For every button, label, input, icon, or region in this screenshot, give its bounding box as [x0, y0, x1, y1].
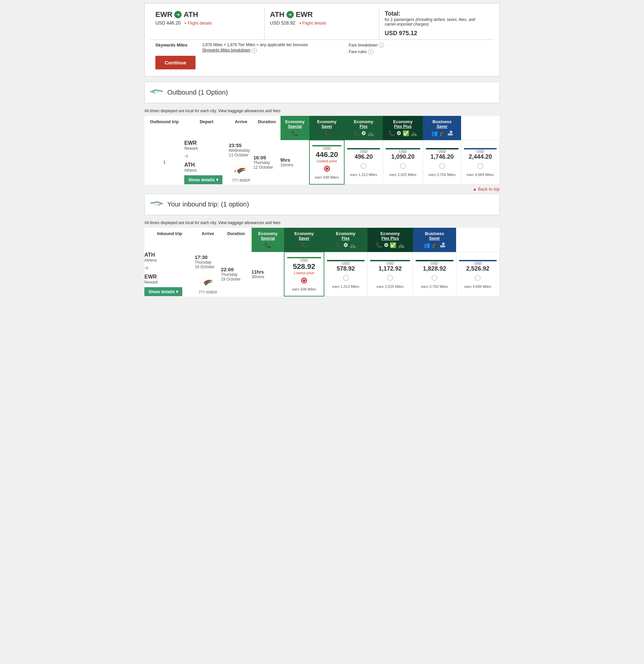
inbound-arrive-cell: 22:00 Thursday 19 October	[221, 252, 251, 296]
inbound-col-duration: Duration	[221, 228, 251, 252]
col-outbound-trip: Outbound trip	[144, 116, 184, 140]
radio-biz-saver[interactable]	[477, 163, 483, 169]
inbound-to-code: EWR	[144, 274, 195, 280]
total-label: Total:	[385, 10, 489, 17]
price-eco-flex[interactable]: USD 1,090.20 earn 2,625 Miles	[383, 140, 423, 184]
inbound-price-eco-flex[interactable]: USD 1,172.92 earn 2,625 Miles	[368, 252, 413, 296]
inbound-table-row: ATH Athens ✈ EWR Newark Show details ▾	[144, 252, 500, 296]
inbound-radio-eco-flex-plus[interactable]	[432, 275, 438, 281]
inbound-duration-cell: 11hrs 30mins	[252, 252, 285, 296]
miles-section: Skywards Miles 1,876 Miles + 1,876 Tier …	[150, 40, 494, 72]
aircraft-type: 777-300ER	[229, 178, 253, 182]
col-arrive: Arrive	[229, 116, 253, 140]
col-eco-special: Economy Special 📞	[281, 116, 309, 140]
duration-cell: 9hrs 10mins	[281, 140, 309, 184]
price-eco-flex-plus[interactable]: USD 1,746.20 earn 3,750 Miles	[423, 140, 461, 184]
inbound-col-eco-flex-plus: Economy Flex Plus 📞 ⚙ ✅ 🚲	[368, 228, 413, 252]
inbound-col-arrive: Arrive	[195, 228, 221, 252]
skywards-miles-breakdown-link[interactable]: Skywards Miles breakdown	[202, 48, 250, 53]
depart-cell: 23:55 Wednesday 11 October ✈ 777-300ER	[229, 140, 253, 184]
total-price: USD 975.12	[385, 30, 489, 37]
outbound-price: USD 446.20	[155, 20, 181, 25]
flight-plane-icon: ✈	[184, 153, 189, 160]
chevron-up-icon: ▲	[472, 187, 477, 191]
inbound-radio-eco-special[interactable]	[301, 277, 307, 284]
inbound-radio-eco-flex[interactable]	[387, 275, 393, 281]
price-eco-saver[interactable]: USD 496.20 earn 1,313 Miles	[344, 140, 383, 184]
to-airport-name: Athens	[184, 168, 229, 173]
inbound-price-eco-special[interactable]: USD 528.92 Lowest price earn 938 Miles	[284, 252, 324, 296]
outbound-section-title: Outbound (1 Option)	[167, 89, 228, 96]
inbound-summary: ATH ➜ EWR USD 528.92 ▾ Flight details	[265, 8, 379, 40]
show-details-button[interactable]: Show details ▾	[184, 175, 222, 184]
fare-rules-info-icon[interactable]: i	[368, 49, 373, 55]
inbound-col-eco-flex: Economy Flex 📞 ⚙ 🚲	[324, 228, 368, 252]
col-eco-saver: Economy Saver 📞	[309, 116, 345, 140]
radio-eco-saver[interactable]	[360, 163, 367, 169]
inbound-radio-eco-saver[interactable]	[343, 275, 349, 281]
radio-eco-special[interactable]	[324, 166, 330, 172]
continue-button[interactable]: Continue	[155, 56, 195, 69]
col-depart: Depart	[184, 116, 229, 140]
chevron-down-icon2: ▾	[299, 21, 301, 25]
inbound-price-biz-saver[interactable]: USD 2,526.92 earn 4,689 Miles	[456, 252, 499, 296]
inbound-flight-info: ATH Athens ✈ EWR Newark Show details ▾	[144, 252, 195, 296]
to-airport-code: ATH	[184, 162, 229, 168]
inbound-price-eco-flex-plus[interactable]: USD 1,828.92 earn 3,750 Miles	[413, 252, 456, 296]
inbound-depart-cell: 17:30 Thursday 19 October 777-300ER	[195, 252, 221, 296]
inbound-aircraft-type: 777-300ER	[195, 290, 221, 294]
ath-code2: ATH	[270, 10, 285, 19]
total-summary: Total: for 2 passengers (including airfa…	[379, 8, 494, 40]
row-number: 1	[144, 140, 184, 184]
outbound-note: All times displayed are local for each c…	[144, 108, 500, 113]
from-airport-code: EWR	[184, 140, 229, 146]
ewr-code2: EWR	[296, 10, 313, 19]
arrive-cell: 16:05 Thursday 12 October	[253, 140, 280, 184]
col-duration: Duration	[253, 116, 280, 140]
inbound-price-line: USD 528.92 ▾ Flight details	[270, 20, 373, 25]
inbound-show-details-button[interactable]: Show details ▾	[144, 287, 182, 296]
radio-eco-flex-plus[interactable]	[439, 163, 445, 169]
breakdown-info-icon[interactable]: i	[252, 48, 257, 53]
inbound-col-trip: Inbound trip	[144, 228, 195, 252]
ewr-code: EWR	[155, 10, 172, 19]
outbound-flight-details-link[interactable]: ▾ Flight details	[185, 21, 212, 25]
inbound-flight-table: Inbound trip Arrive Duration Economy Spe…	[144, 228, 500, 296]
ath-code: ATH	[184, 10, 198, 19]
inbound-plane-icon	[150, 199, 163, 210]
chevron-down-icon3: ▾	[216, 177, 219, 182]
inbound-col-eco-special: Economy Special 📞	[252, 228, 285, 252]
inbound-from-name: Athens	[144, 258, 195, 263]
outbound-route: EWR ➜ ATH	[155, 10, 259, 19]
inbound-price-eco-saver[interactable]: USD 578.92 earn 1,313 Miles	[324, 252, 368, 296]
miles-text: 1,876 Miles + 1,876 Tier Miles + any app…	[202, 42, 342, 47]
chevron-down-icon: ▾	[185, 21, 186, 25]
inbound-note: All times displayed are local for each c…	[144, 221, 500, 225]
col-eco-flex-plus: Economy Flex Plus 📞 ⚙ ✅ 🚲	[383, 116, 423, 140]
inbound-flight-details-link[interactable]: ▾ Flight details	[299, 21, 327, 25]
inbound-plane-small-icon: ✈	[144, 265, 149, 272]
inbound-arrow-icon: ➜	[287, 11, 294, 18]
table-row: 1 EWR Newark ✈ ATH Athens S	[144, 140, 500, 184]
inbound-chevron-down-icon: ▾	[176, 289, 178, 294]
outbound-price-line: USD 446.20 ▾ Flight details	[155, 20, 259, 25]
inbound-section-title: Your inbound trip: (1 option)	[167, 201, 249, 208]
outbound-flight-table: Outbound trip Depart Arrive Duration Eco…	[144, 116, 500, 185]
outbound-summary: EWR ➜ ATH USD 446.20 ▾ Flight details	[150, 8, 265, 40]
price-biz-saver[interactable]: USD 2,444.20 earn 4,689 Miles	[461, 140, 499, 184]
back-to-top[interactable]: ▲ Back to top	[144, 185, 500, 193]
miles-label: Skywards Miles	[155, 42, 195, 47]
total-note: for 2 passengers (including airfare, tax…	[385, 17, 489, 26]
price-eco-special[interactable]: USD 446.20 Lowest price earn 938 Miles	[309, 140, 345, 184]
radio-eco-flex[interactable]	[400, 163, 406, 169]
fare-breakdown-info-icon[interactable]: i	[379, 42, 384, 48]
col-eco-flex: Economy Flex 📞 ⚙ 🚲	[344, 116, 383, 140]
flight-info-cell: EWR Newark ✈ ATH Athens Show details ▾	[184, 140, 229, 184]
inbound-col-eco-saver: Economy Saver 📞	[284, 228, 324, 252]
col-biz-saver: Business Saver 👥 🎓 🏖	[423, 116, 461, 140]
inbound-radio-biz-saver[interactable]	[475, 275, 481, 281]
inbound-to-name: Newark	[144, 280, 195, 285]
inbound-price: USD 528.92	[270, 20, 295, 25]
inbound-from-code: ATH	[144, 252, 195, 258]
inbound-section-header: Your inbound trip: (1 option)	[144, 193, 500, 215]
